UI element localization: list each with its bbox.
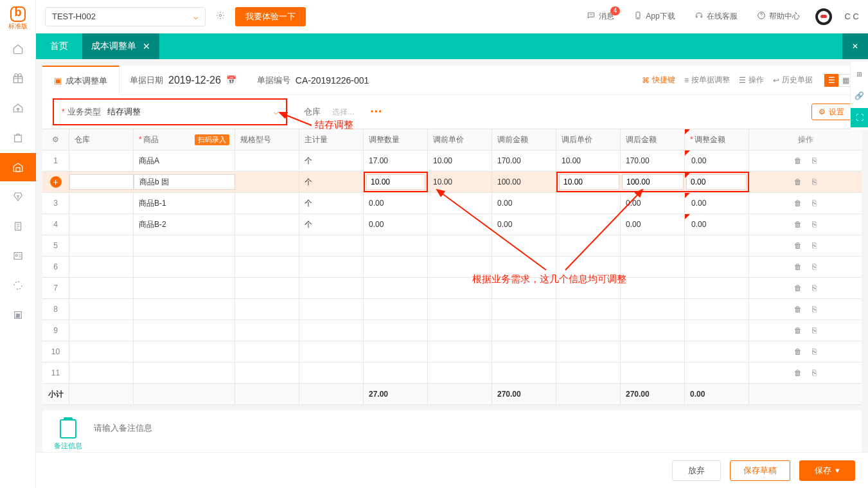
svg-point-5 xyxy=(15,255,17,257)
download-label: App下载 xyxy=(646,11,675,22)
copy-icon[interactable]: ⎘ xyxy=(812,284,817,293)
add-row-button[interactable]: + xyxy=(50,176,62,188)
scan-tag[interactable]: 扫码录入 xyxy=(195,134,229,145)
service-link[interactable]: 在线客服 xyxy=(695,11,738,22)
copy-icon[interactable]: ⎘ xyxy=(812,199,817,208)
nav-bag-icon[interactable] xyxy=(0,123,36,152)
remark-input[interactable] xyxy=(94,419,850,437)
tabs-close-button[interactable]: ✕ xyxy=(842,33,868,59)
copy-icon[interactable]: ⎘ xyxy=(812,326,817,335)
svg-point-9 xyxy=(590,15,590,15)
delete-icon[interactable]: 🗑 xyxy=(794,177,802,186)
col-config-icon[interactable]: ⚙ xyxy=(42,129,69,150)
copy-icon[interactable]: ⎘ xyxy=(812,305,817,314)
rail-expand-icon[interactable]: ⛶ xyxy=(851,108,869,127)
nav-sync-icon[interactable] xyxy=(0,271,36,300)
close-icon[interactable]: ✕ xyxy=(143,41,150,51)
tab-home[interactable]: 首页 xyxy=(36,33,82,59)
rail-link-icon[interactable]: 🔗 xyxy=(851,86,869,105)
messages-badge: 4 xyxy=(610,6,621,15)
delete-icon[interactable]: 🗑 xyxy=(794,326,802,335)
rail-note-icon[interactable]: 🗉 xyxy=(851,64,869,84)
avatar[interactable] xyxy=(815,8,832,25)
code-label: 单据编号 xyxy=(257,75,290,86)
table-row: 11🗑⎘ xyxy=(42,363,862,384)
history-icon: ↩ xyxy=(773,76,779,85)
nav-home-icon[interactable] xyxy=(0,35,36,63)
copy-icon[interactable]: ⎘ xyxy=(812,156,817,165)
chevron-down-icon: ⌵ xyxy=(193,12,199,21)
nav-upload-icon[interactable] xyxy=(0,94,36,122)
messages-link[interactable]: 消息 4 xyxy=(587,11,614,22)
discard-button[interactable]: 放弃 xyxy=(672,460,721,481)
gear-icon[interactable] xyxy=(212,11,229,22)
doc-tab[interactable]: ▣ 成本调整单 xyxy=(42,66,120,95)
delete-icon[interactable]: 🗑 xyxy=(794,347,802,356)
nav-id-icon[interactable] xyxy=(0,242,36,270)
adjust-icon: ≡ xyxy=(684,76,689,85)
product-input[interactable]: 商品b 固 xyxy=(134,174,235,190)
after-price-input[interactable] xyxy=(559,174,619,190)
delete-icon[interactable]: 🗑 xyxy=(794,368,802,377)
nav-warehouse-icon[interactable] xyxy=(0,153,36,181)
table-row: 4 商品B-2 个0.00 0.00 0.00 0.00 🗑⎘ xyxy=(42,214,862,235)
table-row: 3 商品B-1 个0.00 0.00 0.00 0.00 🗑⎘ xyxy=(42,193,862,214)
shortcut-action[interactable]: ⌘快捷键 xyxy=(642,75,675,86)
delete-icon[interactable]: 🗑 xyxy=(794,284,802,293)
footer: 放弃 保存草稿 保存▾ xyxy=(36,452,868,488)
calendar-icon[interactable]: 📅 xyxy=(226,75,236,85)
after-amount-input[interactable] xyxy=(622,174,684,190)
warehouse-input[interactable] xyxy=(69,174,134,190)
svg-point-13 xyxy=(638,17,639,18)
svg-point-8 xyxy=(219,14,222,17)
nav-gift-icon[interactable] xyxy=(0,64,36,93)
qty-input[interactable] xyxy=(366,174,425,190)
copy-icon[interactable]: ⎘ xyxy=(812,262,817,271)
ops-action[interactable]: ☰操作 xyxy=(739,75,764,86)
nav-money-icon[interactable] xyxy=(0,183,36,211)
save-button[interactable]: 保存▾ xyxy=(799,460,855,481)
more-icon[interactable]: ••• xyxy=(371,107,383,116)
table-row: 7🗑⎘ xyxy=(42,278,862,299)
copy-icon[interactable]: ⎘ xyxy=(812,177,817,186)
save-draft-button[interactable]: 保存草稿 xyxy=(730,460,790,481)
by-doc-action[interactable]: ≡按单据调整 xyxy=(684,75,730,86)
col-adjust-amount: *调整金额 xyxy=(685,129,749,150)
delete-icon[interactable]: 🗑 xyxy=(794,305,802,314)
warehouse-select[interactable]: 选择... xyxy=(332,107,354,118)
tab-current[interactable]: 成本调整单 ✕ xyxy=(82,33,159,59)
copy-icon[interactable]: ⎘ xyxy=(812,220,817,229)
view-list-button[interactable]: ☰ xyxy=(824,74,838,87)
date-value[interactable]: 2019-12-26 xyxy=(168,75,221,86)
brand-logo: 标准版 xyxy=(0,4,36,33)
nav-new-icon[interactable]: 新 xyxy=(0,301,36,329)
date-label: 单据日期 xyxy=(130,75,163,86)
delete-icon[interactable]: 🗑 xyxy=(794,262,802,271)
col-after-amount: 调后金额 xyxy=(621,129,685,150)
download-link[interactable]: App下载 xyxy=(633,11,675,22)
copy-icon[interactable]: ⎘ xyxy=(812,368,817,377)
help-link[interactable]: 帮助中心 xyxy=(757,11,800,22)
doc-code: CA-20191226-001 xyxy=(296,75,369,86)
copy-icon[interactable]: ⎘ xyxy=(812,241,817,250)
col-after-price: 调后单价 xyxy=(556,129,621,150)
col-product: *商品扫码录入 xyxy=(134,129,235,150)
try-button[interactable]: 我要体验一下 xyxy=(235,7,306,26)
delete-icon[interactable]: 🗑 xyxy=(794,220,802,229)
history-action[interactable]: ↩历史单据 xyxy=(773,75,813,86)
keyboard-icon: ⌘ xyxy=(642,76,650,85)
settings-button[interactable]: ⚙ 设置 xyxy=(811,104,851,120)
biz-type-label: 业务类型 xyxy=(67,106,101,118)
table-row: 6🗑⎘ xyxy=(42,257,862,278)
adjust-amount-input[interactable] xyxy=(686,174,747,190)
delete-icon[interactable]: 🗑 xyxy=(794,199,802,208)
delete-icon[interactable]: 🗑 xyxy=(794,241,802,250)
svg-rect-1 xyxy=(14,135,21,142)
tenant-select[interactable]: TEST-H002 ⌵ xyxy=(45,7,206,26)
copy-icon[interactable]: ⎘ xyxy=(812,347,817,356)
delete-icon[interactable]: 🗑 xyxy=(794,156,802,165)
biz-type-select[interactable]: * 业务类型 结存调整 ⌵ xyxy=(53,98,287,125)
nav-clipboard-icon[interactable] xyxy=(0,212,36,240)
col-qty: 调整数量 xyxy=(364,129,428,150)
tenant-name: TEST-H002 xyxy=(52,12,96,21)
